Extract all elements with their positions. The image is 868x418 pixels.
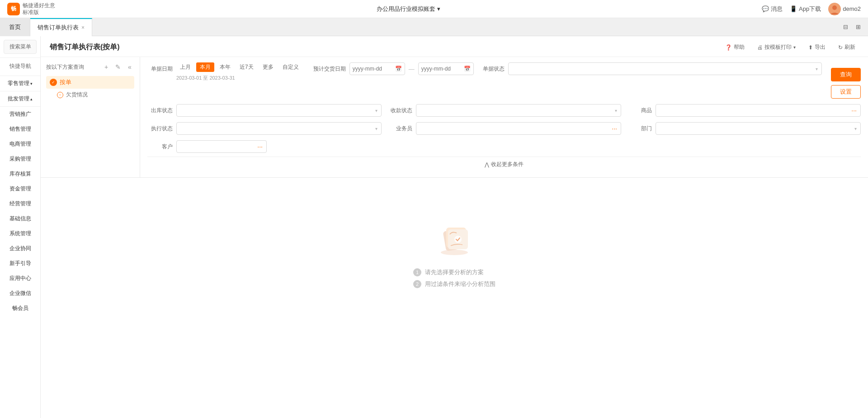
sidebar-item-operation[interactable]: 经营管理 <box>0 196 40 211</box>
topbar-center[interactable]: 办公用品行业模拟账套 ▾ <box>377 5 440 13</box>
customer-select[interactable]: ··· <box>176 140 267 153</box>
exec-status-label: 执行状态 <box>147 125 173 133</box>
header-actions: ❓ 帮助 🖨 按模板打印 ▾ ⬆ 导出 ↻ 刷新 <box>722 42 859 53</box>
sidebar-search[interactable]: 搜索菜单 <box>0 36 40 58</box>
settings-button[interactable]: 设置 <box>831 85 861 99</box>
sidebar: 搜索菜单 快捷导航 零售管理 ▾ 批发管理 ▴ 营销推广 销售管理 电商管理 <box>0 36 41 418</box>
out-status-label: 出库状态 <box>147 107 173 114</box>
sidebar-item-basic-info[interactable]: 基础信息 <box>0 211 40 226</box>
svg-point-6 <box>454 236 462 243</box>
empty-step-1: 1 请先选择要分析的方案 <box>413 268 495 276</box>
sidebar-item-system[interactable]: 系统管理 <box>0 226 40 241</box>
message-button[interactable]: 💬 消息 <box>762 5 783 13</box>
sidebar-item-enterprise[interactable]: 企业协同 <box>0 241 40 256</box>
date-tab-this-year[interactable]: 本年 <box>216 62 234 72</box>
chevron-down-icon: ▾ <box>375 126 377 131</box>
chevron-down-icon: ▾ <box>437 5 440 12</box>
sidebar-item-wechat[interactable]: 企业微信 <box>0 286 40 301</box>
exec-status-select[interactable]: ▾ <box>176 122 382 135</box>
message-icon: 💬 <box>762 5 769 12</box>
date-range-display: 2023-03-01 至 2023-03-31 <box>176 75 302 81</box>
goods-label: 商品 <box>627 107 652 114</box>
user-avatar[interactable]: demo2 <box>828 3 861 15</box>
sidebar-item-member[interactable]: 畅会员 <box>0 301 40 316</box>
collect-status-label: 收款状态 <box>387 107 412 114</box>
goods-more-icon[interactable]: ··· <box>851 107 857 114</box>
collect-status-select[interactable]: ▾ <box>416 104 621 117</box>
content-area: 销售订单执行表(按单) ❓ 帮助 🖨 按模板打印 ▾ ⬆ 导出 ↻ 刷新 <box>41 36 868 418</box>
scheme-item-shortage[interactable]: ○ 欠货情况 <box>46 89 134 101</box>
sidebar-item-guide[interactable]: 新手引导 <box>0 256 40 271</box>
salesman-select[interactable]: ··· <box>416 122 621 135</box>
edit-scheme-button[interactable]: ✎ <box>113 62 123 71</box>
dept-select[interactable]: ▾ <box>656 122 861 135</box>
sidebar-item-finance[interactable]: 资金管理 <box>0 181 40 196</box>
sidebar-item-app-center[interactable]: 应用中心 <box>0 271 40 286</box>
out-status-select[interactable]: ▾ <box>176 104 382 117</box>
print-button[interactable]: 🖨 按模板打印 ▾ <box>754 42 799 53</box>
quick-nav-label[interactable]: 快捷导航 <box>0 61 40 73</box>
page-title: 销售订单执行表(按单) <box>50 43 120 52</box>
export-button[interactable]: ⬆ 导出 <box>805 42 829 53</box>
tab-minimize-button[interactable]: ⊟ <box>841 23 850 32</box>
salesman-more-icon[interactable]: ··· <box>612 125 617 132</box>
account-dropdown[interactable]: 办公用品行业模拟账套 ▾ <box>377 5 440 13</box>
collapse-scheme-button[interactable]: « <box>125 62 134 71</box>
phone-icon: 📱 <box>790 5 797 12</box>
help-button[interactable]: ❓ 帮助 <box>722 42 748 53</box>
scheme-title: 按以下方案查询 <box>46 63 84 71</box>
date-tab-this-month[interactable]: 本月 <box>196 62 214 72</box>
date-start-input[interactable] <box>353 66 393 72</box>
expected-date-start[interactable]: 📅 <box>349 62 405 75</box>
topbar: 畅 畅捷通好生意 标准版 办公用品行业模拟账套 ▾ 💬 消息 📱 App下载 d… <box>0 0 868 18</box>
goods-select[interactable]: ··· <box>656 104 861 117</box>
wholesale-management-header[interactable]: 批发管理 ▴ <box>0 91 40 106</box>
tab-maximize-button[interactable]: ⊞ <box>854 23 863 32</box>
topbar-right: 💬 消息 📱 App下载 demo2 <box>762 3 861 15</box>
tab-active[interactable]: 销售订单执行表 × <box>30 18 92 36</box>
chevron-down-icon: ▾ <box>854 126 857 131</box>
empty-illustration <box>432 214 477 259</box>
chevron-down-icon: ▾ <box>615 108 617 113</box>
scheme-panel: 按以下方案查询 + ✎ « ✓ 按单 ○ 欠货情况 <box>41 57 140 177</box>
date-tab-last-month[interactable]: 上月 <box>176 62 194 72</box>
page-header: 销售订单执行表(按单) ❓ 帮助 🖨 按模板打印 ▾ ⬆ 导出 ↻ 刷新 <box>41 36 868 57</box>
sidebar-item-sales[interactable]: 销售管理 <box>0 122 40 137</box>
date-tab-7-days[interactable]: 近7天 <box>236 62 257 72</box>
search-button[interactable]: 查询 <box>831 68 861 81</box>
scheme-item-by-bill[interactable]: ✓ 按单 <box>46 76 134 89</box>
tab-close-button[interactable]: × <box>81 24 85 31</box>
sidebar-quick-nav[interactable]: 快捷导航 <box>0 58 40 76</box>
collapse-more-button[interactable]: ⋀ 收起更多条件 <box>147 157 861 172</box>
chevron-down-icon: ▾ <box>816 66 818 71</box>
avatar <box>828 3 841 15</box>
step-1-icon: 1 <box>413 268 421 276</box>
date-tab-custom[interactable]: 自定义 <box>279 62 302 72</box>
sidebar-item-marketing[interactable]: 营销推广 <box>0 107 40 122</box>
refresh-button[interactable]: ↻ 刷新 <box>835 42 859 53</box>
sidebar-item-wholesale[interactable]: 批发管理 ▴ <box>0 91 40 107</box>
sidebar-item-retail[interactable]: 零售管理 ▾ <box>0 76 40 91</box>
retail-management-header[interactable]: 零售管理 ▾ <box>0 76 40 91</box>
bill-date-filter: 上月 本月 本年 近7天 更多 自定义 2023-03-01 至 2023-03… <box>176 62 302 81</box>
sidebar-item-purchase[interactable]: 采购管理 <box>0 152 40 166</box>
date-end-input[interactable] <box>421 66 462 72</box>
filter-panel: 按以下方案查询 + ✎ « ✓ 按单 ○ 欠货情况 <box>41 57 868 178</box>
bill-status-select[interactable]: ▾ <box>508 62 822 75</box>
date-tab-more[interactable]: 更多 <box>259 62 277 72</box>
customer-more-icon[interactable]: ··· <box>257 143 263 150</box>
step-2-icon: 2 <box>413 280 421 288</box>
calendar-icon[interactable]: 📅 <box>395 66 402 72</box>
print-icon: 🖨 <box>757 44 763 51</box>
expected-date-end[interactable]: 📅 <box>418 62 474 75</box>
add-scheme-button[interactable]: + <box>102 62 111 71</box>
sidebar-item-ecommerce[interactable]: 电商管理 <box>0 137 40 152</box>
sidebar-item-inventory[interactable]: 库存核算 <box>0 166 40 181</box>
tab-home[interactable]: 首页 <box>0 18 30 36</box>
export-icon: ⬆ <box>808 44 813 51</box>
calendar-icon-end[interactable]: 📅 <box>464 66 471 72</box>
chevron-down-icon: ▾ <box>30 81 33 86</box>
logo-icon: 畅 <box>7 3 20 15</box>
app-download-button[interactable]: 📱 App下载 <box>790 5 821 13</box>
search-menu-button[interactable]: 搜索菜单 <box>4 40 37 54</box>
